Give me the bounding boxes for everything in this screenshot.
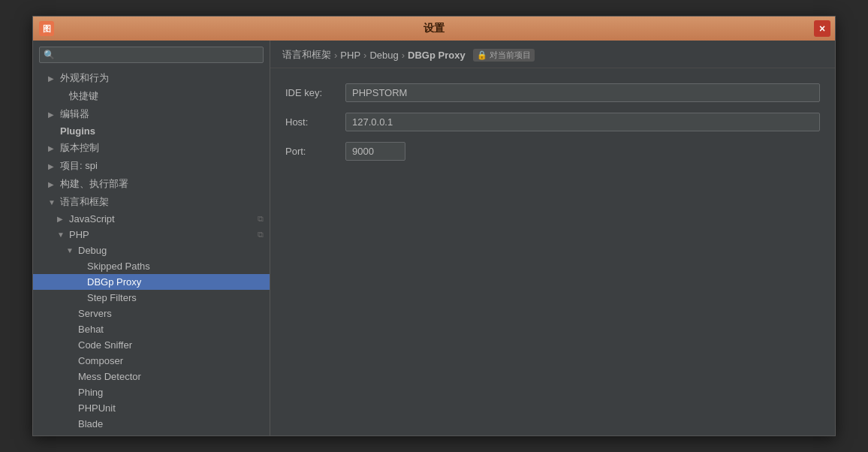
form-label-host: Host: <box>285 116 345 128</box>
breadcrumb-sep-1: › <box>334 50 337 61</box>
sidebar-item-label: Mess Detector <box>78 371 264 382</box>
sidebar-item-label: PHPUnit <box>78 402 264 414</box>
close-button[interactable]: × <box>814 20 830 37</box>
sidebar-item-composer[interactable]: Composer <box>33 353 270 369</box>
sidebar-item-servers[interactable]: Servers <box>33 306 270 321</box>
sidebar-item-label: Phing <box>78 387 264 398</box>
search-icon: 🔍 <box>44 50 55 60</box>
port-input[interactable] <box>345 142 405 161</box>
form-label-ide-key: IDE key: <box>285 87 345 98</box>
right-panel: 语言和框架 › PHP › Debug › DBGp Proxy 🔒 对当前项目… <box>270 41 835 435</box>
sidebar-item-phing[interactable]: Phing <box>33 384 270 400</box>
sidebar-item-plugins[interactable]: Plugins <box>33 123 270 139</box>
sidebar-item-dbgp-proxy[interactable]: DBGp Proxy <box>33 274 270 290</box>
sidebar-item-label: 项目: spi <box>60 159 264 173</box>
breadcrumb-part-1: 语言和框架 <box>282 48 331 62</box>
dialog-title: 设置 <box>423 22 445 35</box>
sidebar-item-languages[interactable]: ▼ 语言和框架 <box>33 193 270 211</box>
expand-arrow-build: ▶ <box>48 180 57 188</box>
breadcrumb-tag: 🔒 对当前项目 <box>473 49 535 62</box>
sidebar-item-label: 外观和行为 <box>60 71 264 85</box>
form-label-port: Port: <box>285 146 345 157</box>
sidebar: 🔍 ▶ 外观和行为 快捷键 ▶ 编辑器 Plugins ▶ <box>33 41 270 435</box>
expand-arrow-editor: ▶ <box>48 110 57 119</box>
sidebar-item-label: Behat <box>78 324 264 335</box>
sidebar-item-debug[interactable]: ▼ Debug <box>33 243 270 258</box>
copy-icon-php: ⧉ <box>258 230 264 240</box>
sidebar-item-label: Debug <box>78 245 264 256</box>
expand-arrow-appearance: ▶ <box>48 74 57 83</box>
sidebar-item-vcs[interactable]: ▶ 版本控制 <box>33 139 270 157</box>
search-box: 🔍 <box>39 47 264 63</box>
sidebar-item-label: Servers <box>78 308 264 319</box>
sidebar-item-mess-detector[interactable]: Mess Detector <box>33 369 270 384</box>
sidebar-item-label: Skipped Paths <box>87 261 264 272</box>
sidebar-item-build[interactable]: ▶ 构建、执行部署 <box>33 175 270 193</box>
form-row-port: Port: <box>285 142 820 161</box>
sidebar-item-label: 构建、执行部署 <box>60 177 264 191</box>
form-row-ide-key: IDE key: <box>285 83 820 102</box>
ide-key-input[interactable] <box>345 83 820 102</box>
expand-arrow-vcs: ▶ <box>48 144 57 152</box>
expand-arrow-project: ▶ <box>48 162 57 170</box>
title-bar: 图 设置 × <box>33 17 835 41</box>
sidebar-item-label: PHP <box>69 229 255 240</box>
breadcrumb-part-4: DBGp Proxy <box>408 50 466 61</box>
main-content: 🔍 ▶ 外观和行为 快捷键 ▶ 编辑器 Plugins ▶ <box>33 41 835 435</box>
sidebar-item-label: 语言和框架 <box>60 195 264 209</box>
copy-icon: ⧉ <box>258 214 264 224</box>
sidebar-item-javascript[interactable]: ▶ JavaScript ⧉ <box>33 211 270 227</box>
form-row-host: Host: <box>285 113 820 131</box>
sidebar-item-label: JavaScript <box>69 213 255 224</box>
sidebar-item-label: Plugins <box>60 125 264 137</box>
expand-arrow-php: ▼ <box>57 231 66 239</box>
app-icon: 图 <box>39 21 54 36</box>
sidebar-item-label: Drupal <box>78 434 264 435</box>
breadcrumb-part-2: PHP <box>340 50 360 61</box>
sidebar-item-code-sniffer[interactable]: Code Sniffer <box>33 337 270 353</box>
sidebar-item-php[interactable]: ▼ PHP ⧉ <box>33 227 270 243</box>
host-input[interactable] <box>345 113 820 131</box>
sidebar-item-editor[interactable]: ▶ 编辑器 <box>33 105 270 123</box>
breadcrumb-part-3: Debug <box>369 50 398 61</box>
settings-dialog: 图 设置 × 🔍 ▶ 外观和行为 快捷键 ▶ 编辑器 <box>32 16 836 436</box>
breadcrumb: 语言和框架 › PHP › Debug › DBGp Proxy 🔒 对当前项目 <box>270 41 835 68</box>
breadcrumb-sep-2: › <box>363 50 366 61</box>
breadcrumb-sep-3: › <box>402 50 405 61</box>
sidebar-item-appearance[interactable]: ▶ 外观和行为 <box>33 69 270 87</box>
form-area: IDE key: Host: Port: <box>270 68 835 435</box>
sidebar-item-step-filters[interactable]: Step Filters <box>33 290 270 306</box>
sidebar-item-project[interactable]: ▶ 项目: spi <box>33 157 270 175</box>
sidebar-item-label: Blade <box>78 418 264 429</box>
sidebar-item-label: 编辑器 <box>60 107 264 121</box>
sidebar-item-drupal[interactable]: Drupal <box>33 432 270 435</box>
sidebar-item-blade[interactable]: Blade <box>33 416 270 432</box>
sidebar-item-label: Code Sniffer <box>78 339 264 351</box>
sidebar-item-label: 快捷键 <box>69 89 264 103</box>
expand-arrow-languages: ▼ <box>48 198 57 206</box>
search-input[interactable] <box>39 47 264 63</box>
sidebar-item-phpunit[interactable]: PHPUnit <box>33 400 270 416</box>
expand-arrow-debug: ▼ <box>66 246 75 255</box>
sidebar-item-behat[interactable]: Behat <box>33 321 270 337</box>
sidebar-item-keymap[interactable]: 快捷键 <box>33 87 270 105</box>
sidebar-item-label: Composer <box>78 355 264 366</box>
expand-arrow-javascript: ▶ <box>57 215 66 223</box>
sidebar-item-skipped-paths[interactable]: Skipped Paths <box>33 258 270 274</box>
sidebar-item-label: Step Filters <box>87 292 264 303</box>
sidebar-item-label: DBGp Proxy <box>87 276 264 288</box>
sidebar-item-label: 版本控制 <box>60 141 264 155</box>
